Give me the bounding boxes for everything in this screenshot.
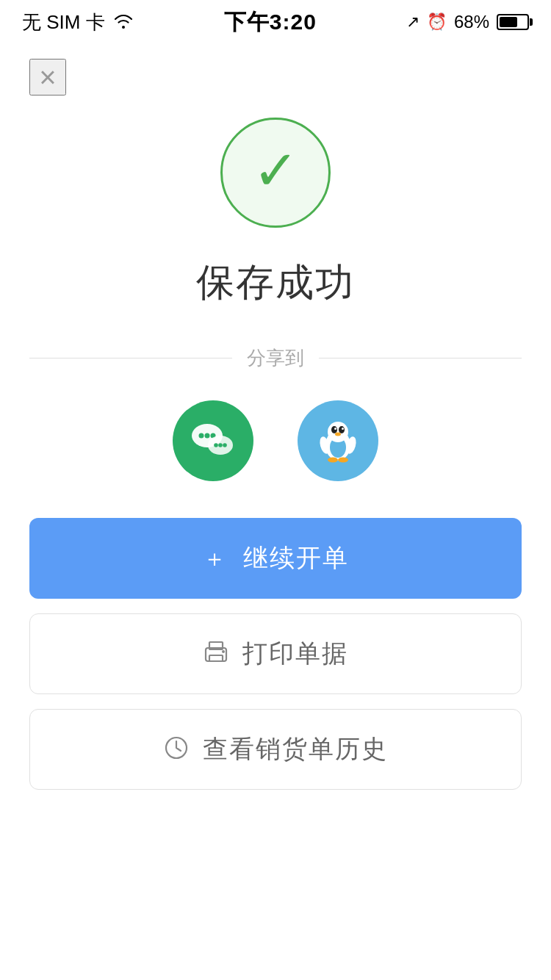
status-bar: 无 SIM 卡 下午3:20 ↗ ⏰ 68% <box>0 0 551 44</box>
wechat-share-button[interactable] <box>173 400 253 481</box>
battery-percent: 68% <box>454 12 489 32</box>
svg-point-13 <box>334 428 336 430</box>
print-button[interactable]: 打印单据 <box>29 613 522 694</box>
qq-icon <box>314 417 362 465</box>
location-icon: ↗ <box>406 12 419 32</box>
checkmark-icon: ✓ <box>253 143 299 198</box>
print-icon <box>203 639 229 669</box>
close-button[interactable]: × <box>29 59 66 96</box>
alarm-icon: ⏰ <box>427 12 447 32</box>
share-icons <box>29 400 522 481</box>
main-content: × ✓ 保存成功 分享到 <box>0 44 551 819</box>
print-label: 打印单据 <box>242 637 348 671</box>
qq-share-button[interactable] <box>298 400 378 481</box>
wifi-icon <box>112 11 134 34</box>
svg-point-18 <box>328 457 338 462</box>
svg-point-2 <box>204 433 209 438</box>
status-right: ↗ ⏰ 68% <box>406 12 529 32</box>
success-circle: ✓ <box>220 118 331 228</box>
share-section: 分享到 <box>29 345 522 481</box>
share-label: 分享到 <box>232 345 319 371</box>
status-left: 无 SIM 卡 <box>22 10 134 35</box>
svg-point-7 <box>223 443 227 447</box>
battery-icon <box>497 14 529 30</box>
status-time: 下午3:20 <box>224 7 317 37</box>
history-label: 查看销货单历史 <box>203 732 388 766</box>
svg-point-14 <box>342 428 344 430</box>
svg-point-11 <box>331 426 337 433</box>
action-buttons: ＋ 继续开单 打印单据 查看销货单历史 <box>29 518 522 790</box>
continue-label: 继续开单 <box>243 541 349 575</box>
continue-icon: ＋ <box>203 547 226 570</box>
svg-point-1 <box>198 433 204 438</box>
svg-point-15 <box>335 432 341 436</box>
history-button[interactable]: 查看销货单历史 <box>29 709 522 790</box>
history-icon <box>163 735 190 765</box>
svg-point-10 <box>328 422 348 442</box>
svg-point-5 <box>214 443 218 447</box>
wechat-icon <box>190 421 237 461</box>
success-title: 保存成功 <box>196 257 355 309</box>
battery-fill <box>500 17 517 27</box>
continue-button[interactable]: ＋ 继续开单 <box>29 518 522 599</box>
svg-point-19 <box>338 457 348 462</box>
svg-point-23 <box>222 650 225 653</box>
share-divider: 分享到 <box>29 345 522 371</box>
close-icon: × <box>39 62 56 92</box>
carrier-text: 无 SIM 卡 <box>22 10 105 35</box>
svg-rect-22 <box>209 655 223 661</box>
svg-point-12 <box>339 426 345 433</box>
svg-point-6 <box>218 443 223 447</box>
